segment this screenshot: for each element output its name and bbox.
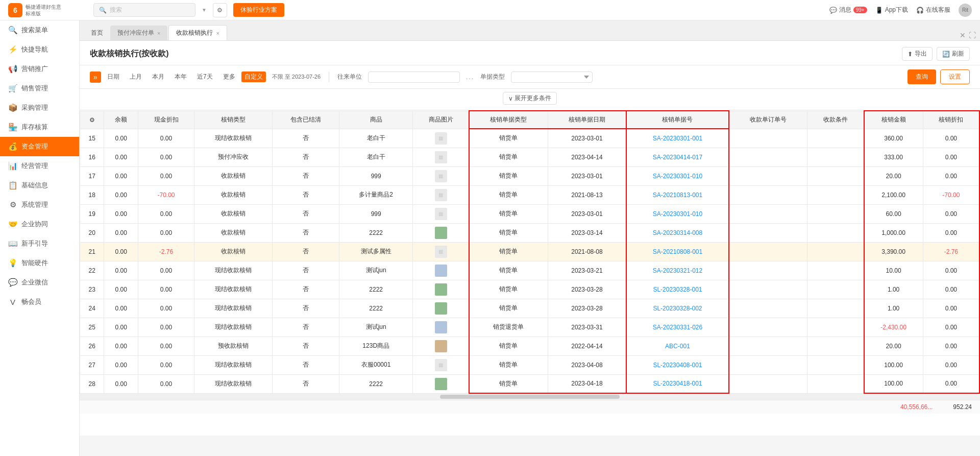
cell-doc-type: 销货单 (469, 223, 548, 242)
cell-goods: 2222 (339, 223, 413, 242)
cell-amount: 10.00 (864, 261, 923, 280)
tab-receipt[interactable]: 收款核销执行 × (168, 25, 227, 40)
cell-doc-type: 销货单 (469, 185, 548, 204)
top-search-box[interactable]: 🔍 搜索 (93, 3, 195, 17)
sidebar-label-8: 基础信息 (21, 181, 48, 190)
cell-condition (807, 374, 864, 393)
col-settings[interactable]: ⚙ (80, 111, 104, 129)
doc-type-select[interactable] (511, 71, 593, 83)
doc-no-link[interactable]: SA-20210813-001 (653, 191, 702, 199)
cell-cash-discount: 0.00 (138, 355, 194, 374)
doc-no-link[interactable]: SA-20230414-017 (653, 154, 702, 161)
cell-condition (807, 204, 864, 223)
cell-discount: 0.00 (923, 148, 979, 166)
cell-amount: 20.00 (864, 166, 923, 185)
filter-toggle-button[interactable]: » (90, 71, 101, 83)
cell-doc-date: 2023-03-28 (548, 299, 626, 318)
cell-type: 现结收款核销 (194, 355, 272, 374)
sidebar-label-9: 系统管理 (21, 200, 48, 209)
cell-included: 否 (273, 166, 339, 185)
doc-no-link[interactable]: SA-20230301-010 (653, 173, 702, 180)
settings-button[interactable]: 设置 (940, 69, 970, 84)
cell-doc-no: SL-20230408-001 (626, 355, 729, 374)
sidebar-item-12[interactable]: 💡智能硬件 (0, 253, 79, 273)
sidebar-item-10[interactable]: 🤝企业协同 (0, 214, 79, 234)
from-unit-input[interactable] (368, 71, 460, 83)
cell-doc-no: SA-20230301-010 (626, 166, 729, 185)
tab-home[interactable]: 首页 (84, 26, 110, 40)
cell-doc-type: 销货退货单 (469, 318, 548, 337)
sidebar-item-9[interactable]: ⚙系统管理 (0, 195, 79, 214)
maximize-icon[interactable]: ⛶ (969, 31, 976, 39)
doc-no-link[interactable]: SA-20230321-012 (653, 267, 702, 274)
user-avatar[interactable]: Rit (959, 4, 972, 17)
tab-prepay[interactable]: 预付冲应付单 × (110, 26, 167, 40)
scroll-thumb[interactable] (440, 395, 620, 399)
cell-type: 现结收款核销 (194, 129, 272, 148)
doc-no-link[interactable]: ABC-001 (665, 343, 690, 350)
cell-type: 现结收款核销 (194, 299, 272, 318)
cell-doc-type: 销货单 (469, 337, 548, 355)
sidebar-item-1[interactable]: ⚡快捷导航 (0, 40, 79, 59)
online-service-button[interactable]: 🎧 在线客服 (916, 6, 950, 14)
sidebar-item-0[interactable]: 🔍搜索菜单 (0, 20, 79, 40)
cell-type: 收款核销 (194, 166, 272, 185)
cell-doc-no: SA-20230301-001 (626, 129, 729, 148)
doc-no-link[interactable]: SA-20230301-001 (653, 135, 702, 142)
table-row: 21 0.00 -2.76 收款核销 否 测试多属性 ▦ 销货单 2021-08… (80, 242, 980, 261)
horizontal-scrollbar[interactable] (80, 394, 980, 400)
sidebar-label-7: 经营管理 (21, 161, 48, 171)
close-tab1-icon[interactable]: × (157, 30, 160, 36)
expand-conditions-button[interactable]: ∨ 展开更多条件 (503, 92, 557, 105)
cell-goods: 测试jun (339, 318, 413, 337)
this-year-btn[interactable]: 本年 (170, 71, 191, 82)
table-row: 20 0.00 0.00 收款核销 否 2222 销货单 2023-03-14 … (80, 223, 980, 242)
message-button[interactable]: 💬 消息 99+ (829, 6, 867, 14)
table-row: 22 0.00 0.00 现结收款核销 否 测试jun 销货单 2023-03-… (80, 261, 980, 280)
doc-no-link[interactable]: SL-20230328-001 (653, 286, 702, 293)
doc-no-link[interactable]: SL-20230408-001 (653, 362, 702, 369)
cell-type: 收款核销 (194, 223, 272, 242)
sidebar-item-6[interactable]: 💰资金管理 (0, 137, 79, 156)
data-table-container: ⚙ 余额 现金折扣 核销类型 包含已结清 商品 商品图片 核销单据类型 核销单据… (80, 110, 980, 436)
cell-cash-discount: 0.00 (138, 299, 194, 318)
sidebar-item-7[interactable]: 📊经营管理 (0, 156, 79, 176)
refresh-button[interactable]: 🔄 刷新 (937, 47, 970, 61)
export-button[interactable]: ⬆ 导出 (902, 47, 933, 61)
sidebar-item-14[interactable]: V畅会员 (0, 292, 79, 311)
col-type: 核销类型 (194, 111, 272, 129)
search-text: 搜索 (110, 6, 122, 14)
cell-num: 19 (80, 204, 104, 223)
custom-date-btn[interactable]: 自定义 (241, 71, 266, 82)
doc-no-link[interactable]: SA-20230301-010 (653, 210, 702, 218)
close-tab2-icon[interactable]: × (216, 30, 219, 36)
7days-btn[interactable]: 近7天 (193, 71, 217, 82)
more-date-btn[interactable]: 更多 (219, 71, 239, 82)
last-month-btn[interactable]: 上月 (126, 71, 146, 82)
sidebar-item-4[interactable]: 📦采购管理 (0, 98, 79, 117)
cell-doc-no: SA-20230414-017 (626, 148, 729, 166)
industry-button[interactable]: 休验行业方案 (233, 3, 284, 17)
this-month-btn[interactable]: 本月 (148, 71, 168, 82)
app-download-button[interactable]: 📱 App下载 (875, 6, 908, 14)
sidebar-item-3[interactable]: 🛒销售管理 (0, 79, 79, 98)
doc-no-link[interactable]: SL-20230418-001 (653, 380, 702, 387)
gear-button[interactable]: ⚙ (213, 3, 227, 17)
sidebar-item-5[interactable]: 🏪库存核算 (0, 117, 79, 137)
sidebar-item-2[interactable]: 📢营销推广 (0, 59, 79, 79)
query-button[interactable]: 查询 (908, 69, 936, 84)
sidebar-item-8[interactable]: 📋基础信息 (0, 176, 79, 195)
doc-no-link[interactable]: SA-20230314-008 (653, 229, 702, 236)
doc-no-link[interactable]: SA-20210808-001 (653, 248, 702, 255)
cell-doc-no: SL-20230418-001 (626, 374, 729, 393)
doc-no-link[interactable]: SL-20230328-002 (653, 305, 702, 312)
sidebar-label-1: 快捷导航 (21, 45, 48, 54)
sidebar-item-13[interactable]: 💬企业微信 (0, 273, 79, 292)
sidebar-item-11[interactable]: 📖新手引导 (0, 234, 79, 253)
cell-receipt-no (729, 129, 807, 148)
doc-no-link[interactable]: SA-20230331-026 (653, 324, 702, 331)
cell-condition (807, 318, 864, 337)
close-window-icon[interactable]: ✕ (960, 31, 966, 39)
cell-condition (807, 223, 864, 242)
sidebar-label-0: 搜索菜单 (21, 26, 48, 35)
